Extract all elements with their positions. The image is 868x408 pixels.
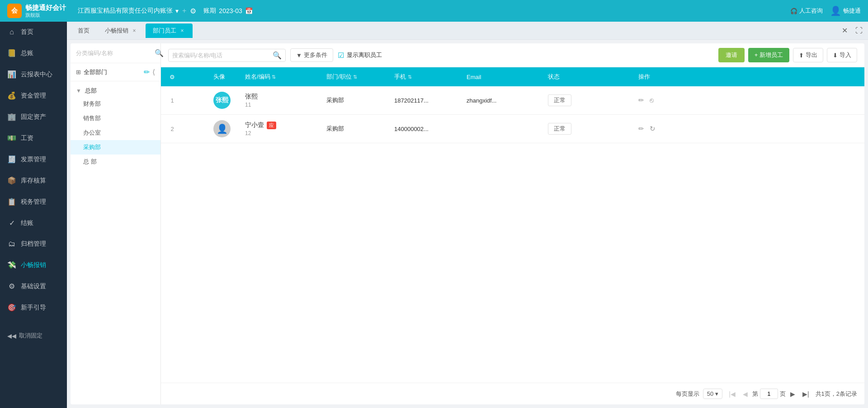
refresh-icon[interactable]: ↻ [650,125,656,133]
dept-header-icons: ✏ ⟨ [144,68,155,76]
add-employee-button[interactable]: + 新增员工 [748,48,789,62]
row2-status: 正常 [541,115,631,143]
user-service-btn[interactable]: 🎧 人工咨询 [790,7,823,15]
dept-item-finance[interactable]: 财务部 [71,97,160,111]
employee-table: ⚙ 头像 姓名/编码 ⇅ 部门/职位 ⇅ 手机 ⇅ [161,67,864,383]
tab-employee-label: 部门员工 [153,27,176,35]
tab-employee-close[interactable]: × [179,28,185,34]
edit-dept-icon[interactable]: ✏ [144,68,150,76]
page-input[interactable] [760,389,778,399]
sidebar-item-tax[interactable]: 📋 税务管理 [0,191,67,212]
sidebar-label-archive: 归档管理 [21,240,46,248]
logo-area: 会 畅捷通好会计 旗舰版 [7,4,74,19]
per-page-value: 50 [707,390,713,397]
user-name: 畅捷通 [843,7,861,15]
employee-search-input[interactable] [172,52,270,59]
calendar-icon[interactable]: 📅 [245,7,253,14]
sidebar-item-inventory[interactable]: 📦 库存核算 [0,170,67,191]
row2-dept: 采购部 [319,115,387,143]
sidebar-item-guide[interactable]: 🎯 新手引导 [0,297,67,318]
dept-search-input[interactable] [76,50,152,56]
import-icon: ⬇ [833,52,838,59]
tab-expense-close[interactable]: × [131,28,137,34]
maximize-window-button[interactable]: ⛶ [854,25,864,36]
sidebar-item-salary[interactable]: 💵 工资 [0,127,67,149]
col-dept[interactable]: 部门/职位 ⇅ [319,67,387,86]
page-content: 🔍 ⊞ 全部部门 ✏ ⟨ ▼ 总部 [71,43,864,404]
all-dept-label[interactable]: 全部部门 [84,68,107,76]
sidebar-label-guide: 新手引导 [21,304,46,312]
collapse-dept-icon[interactable]: ⟨ [152,68,155,76]
sidebar-label-invoice: 发票管理 [21,155,46,164]
close-window-button[interactable]: ✕ [839,25,850,36]
user-profile-btn[interactable]: 👤 畅捷通 [830,5,861,16]
unfix-button[interactable]: ◀◀ 取消固定 [0,327,67,344]
sidebar-label-checkout: 结账 [21,219,33,227]
show-resigned-toggle[interactable]: ☑ 显示离职员工 [338,51,382,60]
employee-name: 宁小壹 应 [245,121,312,129]
sidebar-item-reports[interactable]: 📊 云报表中心 [0,64,67,85]
sidebar-item-ledger[interactable]: 📒 总账 [0,42,67,64]
sidebar-item-expense[interactable]: 💸 小畅报销 [0,254,67,276]
company-selector[interactable]: 江西服宝精品有限责任公司内账张 ▾ [78,7,179,15]
row1-email: zhangxidf... [459,86,541,115]
last-page-button[interactable]: ▶| [800,389,812,399]
row1-dept: 采购部 [319,86,387,115]
employee-search-box: 🔍 [168,49,286,62]
import-button[interactable]: ⬇ 导入 [827,48,857,62]
col-actions: 操作 [631,67,864,86]
col-phone[interactable]: 手机 ⇅ [387,67,459,86]
row1-select [184,86,206,115]
name-code-block: 宁小壹 应 12 [245,121,312,136]
company-dropdown-icon: ▾ [175,7,179,14]
sidebar-item-invoice[interactable]: 🧾 发票管理 [0,149,67,170]
dept-item-purchase[interactable]: 采购部 [71,140,160,155]
tab-expense[interactable]: 小畅报销 × [98,23,145,38]
prev-page-button[interactable]: ◀ [740,389,750,399]
user-avatar-icon: 👤 [830,5,841,16]
main-layout: ⌂ 首页 📒 总账 📊 云报表中心 💰 资金管理 🏢 固定资产 💵 工资 🧾 发… [0,22,868,408]
tab-home-label: 首页 [78,27,90,35]
search-icon: 🔍 [273,51,282,60]
row2-actions: ✏ ↻ [631,115,864,143]
edit-icon[interactable]: ✏ [638,125,644,133]
table-row: 2 👤 宁小壹 [161,115,864,143]
status-badge: 正常 [548,94,571,106]
sidebar-item-settings[interactable]: ⚙ 基础设置 [0,276,67,297]
export-button[interactable]: ⬆ 导出 [793,48,823,62]
tab-home[interactable]: 首页 [71,23,97,38]
user-service-label: 人工咨询 [799,7,823,15]
sidebar-item-archive[interactable]: 🗂 归档管理 [0,234,67,254]
phone-sort-icon: ⇅ [408,74,412,80]
sidebar-item-assets[interactable]: 🏢 固定资产 [0,106,67,127]
row2-name: 宁小壹 应 12 [238,115,319,143]
col-settings[interactable]: ⚙ [161,67,184,86]
edit-icon[interactable]: ✏ [638,96,644,104]
sidebar-item-checkout[interactable]: ✓ 结账 [0,212,67,234]
next-page-button[interactable]: ▶ [788,389,798,399]
dept-header-left: ⊞ 全部部门 [76,68,107,76]
sidebar-item-home[interactable]: ⌂ 首页 [0,22,67,42]
sidebar-label-reports: 云报表中心 [21,70,52,79]
settings-icon[interactable]: ⚙ [190,7,196,15]
first-page-button[interactable]: |◀ [726,389,738,399]
dept-item-general[interactable]: 总 部 [71,155,160,169]
dept-item-office[interactable]: 办公室 [71,126,160,140]
per-page-dropdown-icon: ▾ [715,390,718,397]
basic-settings-icon: ⚙ [7,282,16,291]
sidebar-label-settings: 基础设置 [21,282,46,291]
col-name[interactable]: 姓名/编码 ⇅ [238,67,319,86]
row2-avatar: 👤 [206,115,238,143]
logout-icon[interactable]: ⎋ [650,96,654,104]
invite-button[interactable]: 邀请 [718,48,745,62]
sidebar-item-capital[interactable]: 💰 资金管理 [0,85,67,106]
dept-sort-icon: ⇅ [353,74,357,80]
ledger-icon: 📒 [7,49,16,57]
per-page-select[interactable]: 50 ▾ [703,389,722,399]
tab-employee[interactable]: 部门员工 × [146,23,193,38]
row1-actions: ✏ ⎋ [631,86,864,115]
dept-item-sales[interactable]: 销售部 [71,111,160,126]
top-header: 会 畅捷通好会计 旗舰版 江西服宝精品有限责任公司内账张 ▾ + ⚙ 账期 20… [0,0,868,22]
export-label: 导出 [806,51,817,59]
filter-button[interactable]: ▼ 更多条件 [290,48,333,62]
